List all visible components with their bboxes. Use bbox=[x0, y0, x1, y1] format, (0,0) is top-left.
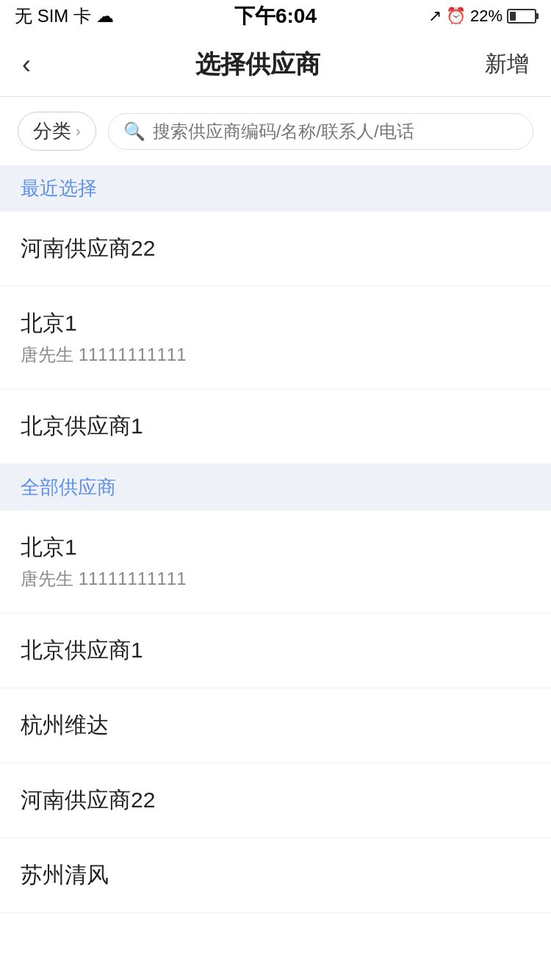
all-items-list: 北京1唐先生 11111111111北京供应商1杭州维达河南供应商22苏州清风 bbox=[0, 511, 551, 913]
location-icon: ↗ bbox=[428, 7, 442, 26]
all-list-item[interactable]: 北京供应商1 bbox=[0, 613, 551, 688]
item-name: 北京1 bbox=[21, 533, 530, 563]
category-label: 分类 bbox=[33, 118, 71, 144]
back-button[interactable]: ‹ bbox=[22, 49, 31, 80]
page-title: 选择供应商 bbox=[195, 48, 320, 82]
item-name: 北京1 bbox=[21, 309, 530, 339]
all-section-label: 全部供应商 bbox=[21, 476, 116, 498]
all-list-item[interactable]: 北京1唐先生 11111111111 bbox=[0, 511, 551, 613]
recent-section-header: 最近选择 bbox=[0, 165, 551, 212]
recent-items-list: 河南供应商22北京1唐先生 11111111111北京供应商1 bbox=[0, 212, 551, 464]
item-name: 北京供应商1 bbox=[21, 635, 530, 666]
search-input[interactable] bbox=[153, 121, 518, 142]
recent-list-item[interactable]: 北京1唐先生 11111111111 bbox=[0, 287, 551, 389]
all-list-item[interactable]: 杭州维达 bbox=[0, 688, 551, 763]
category-button[interactable]: 分类 › bbox=[18, 112, 96, 151]
item-sub: 唐先生 11111111111 bbox=[21, 343, 530, 367]
chevron-right-icon: › bbox=[76, 123, 81, 140]
battery-percent: 22% bbox=[470, 7, 503, 26]
item-name: 河南供应商22 bbox=[21, 785, 530, 815]
battery-icon bbox=[507, 9, 536, 24]
status-time: 下午6:04 bbox=[234, 2, 317, 30]
item-name: 苏州清风 bbox=[21, 860, 530, 890]
item-name: 河南供应商22 bbox=[21, 234, 530, 264]
search-wrap[interactable]: 🔍 bbox=[108, 113, 533, 150]
recent-list-item[interactable]: 北京供应商1 bbox=[0, 389, 551, 464]
nav-bar: ‹ 选择供应商 新增 bbox=[0, 32, 551, 97]
add-button[interactable]: 新增 bbox=[485, 49, 529, 79]
status-bar: 无 SIM 卡 ☁ 下午6:04 ↗ ⏰ 22% bbox=[0, 0, 551, 32]
item-name: 北京供应商1 bbox=[21, 411, 530, 442]
search-icon: 🔍 bbox=[123, 121, 145, 142]
status-right: ↗ ⏰ 22% bbox=[428, 7, 536, 26]
alarm-icon: ⏰ bbox=[446, 7, 466, 26]
all-section-header: 全部供应商 bbox=[0, 464, 551, 511]
all-list-item[interactable]: 苏州清风 bbox=[0, 838, 551, 913]
status-left: 无 SIM 卡 ☁ bbox=[15, 4, 114, 28]
item-name: 杭州维达 bbox=[21, 710, 530, 741]
recent-list-item[interactable]: 河南供应商22 bbox=[0, 212, 551, 287]
no-sim-label: 无 SIM 卡 ☁ bbox=[15, 4, 114, 28]
filter-bar: 分类 › 🔍 bbox=[0, 97, 551, 165]
item-sub: 唐先生 11111111111 bbox=[21, 567, 530, 591]
recent-section-label: 最近选择 bbox=[21, 177, 97, 199]
all-list-item[interactable]: 河南供应商22 bbox=[0, 763, 551, 838]
